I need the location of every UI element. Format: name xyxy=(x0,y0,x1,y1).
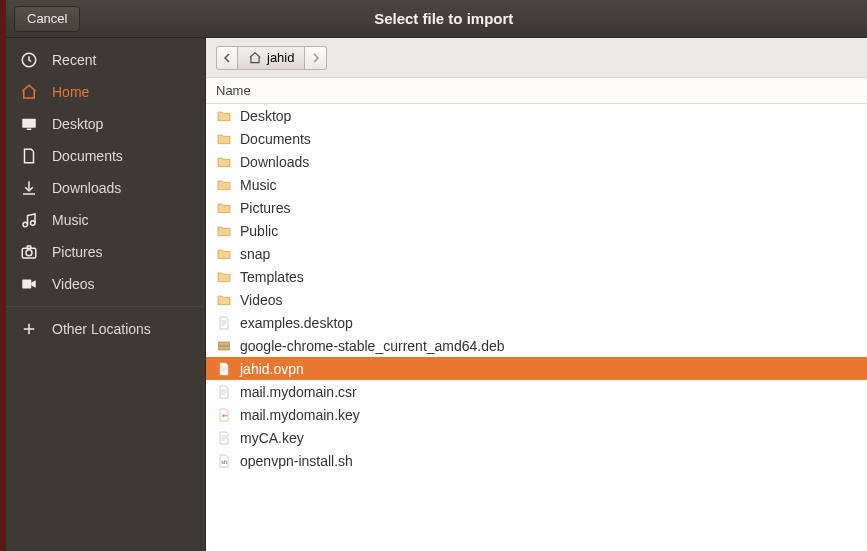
folder-video-icon xyxy=(216,292,232,308)
folder-docs-icon xyxy=(216,131,232,147)
home-icon xyxy=(20,83,38,101)
file-row[interactable]: Music xyxy=(206,173,867,196)
sidebar: Recent Home Desktop Documents xyxy=(6,38,206,551)
file-row[interactable]: Downloads xyxy=(206,150,867,173)
sidebar-item-label: Downloads xyxy=(52,180,121,196)
sidebar-item-label: Videos xyxy=(52,276,95,292)
folder-down-icon xyxy=(216,154,232,170)
clock-icon xyxy=(20,51,38,69)
file-name: Downloads xyxy=(240,154,309,170)
folder-music-icon xyxy=(216,177,232,193)
music-icon xyxy=(20,211,38,229)
document-icon xyxy=(20,147,38,165)
sidebar-item-home[interactable]: Home xyxy=(6,76,205,108)
sidebar-item-label: Home xyxy=(52,84,89,100)
path-back-button[interactable] xyxy=(216,46,238,70)
sidebar-item-videos[interactable]: Videos xyxy=(6,268,205,300)
path-segment-home[interactable]: jahid xyxy=(238,46,305,70)
file-list[interactable]: DesktopDocumentsDownloadsMusicPicturesPu… xyxy=(206,104,867,551)
file-row[interactable]: Pictures xyxy=(206,196,867,219)
file-name: myCA.key xyxy=(240,430,304,446)
file-text-icon xyxy=(216,384,232,400)
file-row[interactable]: Videos xyxy=(206,288,867,311)
svg-rect-2 xyxy=(27,129,32,131)
sidebar-separator xyxy=(6,306,205,307)
sidebar-item-label: Documents xyxy=(52,148,123,164)
file-row[interactable]: snap xyxy=(206,242,867,265)
file-name: Videos xyxy=(240,292,283,308)
folder-icon xyxy=(216,246,232,262)
path-forward-button[interactable] xyxy=(305,46,327,70)
file-name: openvpn-install.sh xyxy=(240,453,353,469)
file-row[interactable]: mail.mydomain.csr xyxy=(206,380,867,403)
column-name-label: Name xyxy=(216,83,251,98)
file-row[interactable]: examples.desktop xyxy=(206,311,867,334)
folder-pics-icon xyxy=(216,200,232,216)
path-segment-label: jahid xyxy=(267,50,294,65)
file-text-icon xyxy=(216,430,232,446)
svg-point-6 xyxy=(26,250,32,256)
folder-desktop-icon xyxy=(216,108,232,124)
svg-rect-1 xyxy=(22,119,36,128)
file-name: Documents xyxy=(240,131,311,147)
file-row[interactable]: Templates xyxy=(206,265,867,288)
file-name: Desktop xyxy=(240,108,291,124)
video-icon xyxy=(20,275,38,293)
svg-text:sh: sh xyxy=(221,458,227,464)
file-row[interactable]: mail.mydomain.key xyxy=(206,403,867,426)
sidebar-item-label: Pictures xyxy=(52,244,103,260)
file-row[interactable]: Documents xyxy=(206,127,867,150)
file-script-icon: sh xyxy=(216,453,232,469)
file-name: snap xyxy=(240,246,270,262)
sidebar-item-label: Desktop xyxy=(52,116,103,132)
pathbar: jahid xyxy=(206,38,867,78)
file-row[interactable]: google-chrome-stable_current_amd64.deb xyxy=(206,334,867,357)
sidebar-item-documents[interactable]: Documents xyxy=(6,140,205,172)
svg-point-9 xyxy=(222,414,225,417)
sidebar-item-recent[interactable]: Recent xyxy=(6,44,205,76)
sidebar-item-pictures[interactable]: Pictures xyxy=(6,236,205,268)
svg-rect-7 xyxy=(22,280,31,289)
file-name: jahid.ovpn xyxy=(240,361,304,377)
plus-icon xyxy=(20,320,38,338)
main-pane: jahid Name DesktopDocumentsDownloadsMusi… xyxy=(206,38,867,551)
file-text-icon xyxy=(216,315,232,331)
download-icon xyxy=(20,179,38,197)
file-name: Templates xyxy=(240,269,304,285)
file-name: Pictures xyxy=(240,200,291,216)
column-header[interactable]: Name xyxy=(206,78,867,104)
file-chooser-dialog: Cancel Select file to import Recent Home xyxy=(6,0,867,551)
dialog-body: Recent Home Desktop Documents xyxy=(6,38,867,551)
file-name: google-chrome-stable_current_amd64.deb xyxy=(240,338,505,354)
sidebar-item-other-locations[interactable]: Other Locations xyxy=(6,313,205,345)
cancel-button[interactable]: Cancel xyxy=(14,6,80,32)
file-deb-icon xyxy=(216,338,232,354)
sidebar-item-downloads[interactable]: Downloads xyxy=(6,172,205,204)
file-name: examples.desktop xyxy=(240,315,353,331)
sidebar-item-music[interactable]: Music xyxy=(6,204,205,236)
file-row[interactable]: Desktop xyxy=(206,104,867,127)
file-row[interactable]: shopenvpn-install.sh xyxy=(206,449,867,472)
sidebar-item-label: Music xyxy=(52,212,89,228)
file-text-icon xyxy=(216,361,232,377)
file-name: Music xyxy=(240,177,277,193)
file-name: Public xyxy=(240,223,278,239)
sidebar-item-label: Recent xyxy=(52,52,96,68)
file-key-icon xyxy=(216,407,232,423)
sidebar-item-label: Other Locations xyxy=(52,321,151,337)
dialog-title: Select file to import xyxy=(80,10,867,27)
camera-icon xyxy=(20,243,38,261)
file-row[interactable]: jahid.ovpn xyxy=(206,357,867,380)
file-row[interactable]: Public xyxy=(206,219,867,242)
folder-public-icon xyxy=(216,223,232,239)
file-name: mail.mydomain.key xyxy=(240,407,360,423)
sidebar-item-desktop[interactable]: Desktop xyxy=(6,108,205,140)
desktop-icon xyxy=(20,115,38,133)
cancel-label: Cancel xyxy=(27,11,67,26)
folder-tmpl-icon xyxy=(216,269,232,285)
file-row[interactable]: myCA.key xyxy=(206,426,867,449)
file-name: mail.mydomain.csr xyxy=(240,384,357,400)
home-icon xyxy=(248,51,262,65)
titlebar: Cancel Select file to import xyxy=(6,0,867,38)
